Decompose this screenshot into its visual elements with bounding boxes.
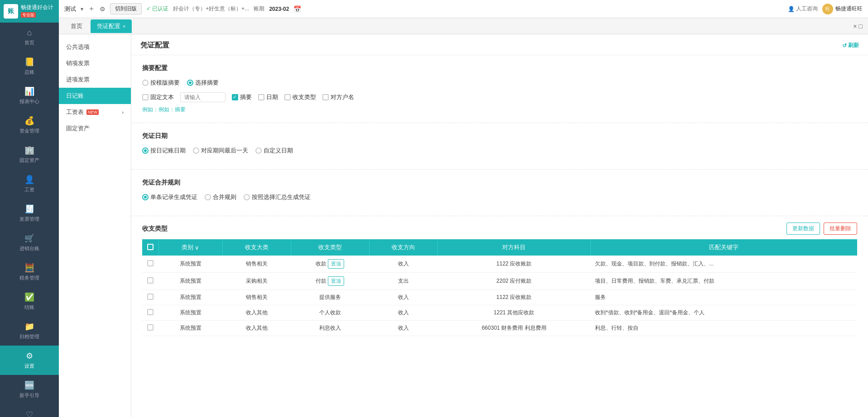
sidebar-icon-reports: 📊 <box>24 86 34 96</box>
row-checkbox-1[interactable] <box>147 277 153 284</box>
certified-text: ✓ 已认证 <box>146 5 168 13</box>
top-tag-btn[interactable]: 置顶 <box>328 276 344 286</box>
sidebar-item-invoice[interactable]: 🧾 发票管理 <box>0 199 59 228</box>
radio-period-last-circle <box>193 147 199 154</box>
tab-home[interactable]: 首页 <box>64 19 89 33</box>
cell-type: 个人收款 <box>291 305 369 321</box>
radio-template-circle <box>142 80 149 86</box>
type-text: 收款 <box>316 261 326 267</box>
merge-radio-group: 单条记录生成凭证 合并规则 按照选择汇总生成凭证 <box>142 193 857 201</box>
checkbox-summary-box <box>232 94 238 100</box>
checkbox-type[interactable]: 收支类型 <box>284 93 316 101</box>
sidebar-icon-assets: 🏢 <box>24 145 34 155</box>
type-text: 付款 <box>316 278 326 284</box>
top-bar-title: 测试 <box>64 5 76 13</box>
row-checkbox-4[interactable] <box>147 324 153 331</box>
fixed-text-input[interactable] <box>180 92 225 102</box>
left-nav-label-sales_invoice: 销项发票 <box>66 59 90 67</box>
top-bar-add-icon[interactable]: ＋ <box>88 4 95 14</box>
left-nav-label-public: 公共选项 <box>66 43 90 51</box>
cell-keywords: 项目、日常费用、报销款、车费、承兑汇票、付款 <box>590 273 857 290</box>
user-menu[interactable]: 旺 畅捷通旺旺 <box>822 4 863 14</box>
summary-section: 摘要配置 按模版摘要 选择摘要 <box>131 55 868 123</box>
left-nav-item-journal[interactable]: 日记账 <box>59 88 131 104</box>
sidebar: 账 畅捷通好会计 专业版 ⌂ 首页📒 总账📊 报表中心💰 资金管理🏢 固定资产👤… <box>0 0 59 417</box>
sidebar-item-funds[interactable]: 💰 资金管理 <box>0 110 59 140</box>
cell-type: 提供服务 <box>291 290 369 305</box>
sidebar-label-settings: 设置 <box>24 363 34 370</box>
checkbox-counterparty[interactable]: 对方户名 <box>322 93 354 101</box>
top-tag-btn[interactable]: 置顶 <box>328 259 344 269</box>
sidebar-label-assets: 固定资产 <box>19 157 39 164</box>
row-checkbox-0[interactable] <box>147 260 153 266</box>
table-row: 系统预置销售相关提供服务收入1122 应收账款服务 <box>142 290 857 305</box>
radio-select-summary[interactable]: 选择摘要 <box>187 79 219 87</box>
window-close-btn[interactable]: × <box>853 23 857 30</box>
select-all-checkbox[interactable] <box>147 244 153 250</box>
tab-close-icon[interactable]: × <box>123 24 125 29</box>
sidebar-item-settle[interactable]: ✅ 结账 <box>0 287 59 316</box>
left-nav-label-journal: 日记账 <box>66 92 84 100</box>
sidebar-label-guide: 新手引导 <box>19 392 39 399</box>
top-bar-dropdown[interactable]: ▾ <box>81 6 83 12</box>
sidebar-item-purchase[interactable]: 🛒 进销台账 <box>0 228 59 257</box>
row-checkbox-3[interactable] <box>147 309 153 315</box>
radio-template-summary[interactable]: 按模版摘要 <box>142 79 180 87</box>
left-nav-label-purchase_invoice: 进项发票 <box>66 76 90 84</box>
th-category: 类别 ∨ <box>158 239 222 256</box>
update-data-btn[interactable]: 更新数据 <box>786 223 820 235</box>
window-expand-btn[interactable]: □ <box>859 23 863 30</box>
radio-merge-rule[interactable]: 合并规则 <box>205 193 236 201</box>
left-nav-item-public[interactable]: 公共选项 <box>59 39 131 55</box>
left-nav-item-salary_table[interactable]: 工资表NEW› <box>59 104 131 120</box>
switch-old-version-btn[interactable]: 切到旧版 <box>110 3 142 14</box>
cell-category: 系统预置 <box>158 273 222 290</box>
sidebar-item-ledger[interactable]: 📒 总账 <box>0 52 59 81</box>
radio-merge-rule-circle <box>205 194 211 200</box>
summary-title: 摘要配置 <box>142 64 857 72</box>
sidebar-item-home[interactable]: ⌂ 首页 <box>0 23 59 52</box>
left-nav-item-fixed_assets[interactable]: 固定资产 <box>59 120 131 137</box>
payment-section: 收支类型 更新数据 批量删除 <box>131 216 868 345</box>
sidebar-item-assets[interactable]: 🏢 固定资产 <box>0 140 59 169</box>
radio-period-last[interactable]: 对应期间最后一天 <box>193 147 248 155</box>
batch-delete-btn[interactable]: 批量删除 <box>824 223 857 235</box>
radio-select-total[interactable]: 按照选择汇总生成凭证 <box>244 193 311 201</box>
content-area: 公共选项销项发票进项发票日记账工资表NEW›固定资产 凭证配置 ↺ 刷新 摘要配… <box>59 34 868 417</box>
top-bar-gear-icon[interactable]: ⚙ <box>100 5 106 13</box>
cell-major: 销售相关 <box>222 256 291 273</box>
sidebar-item-tax[interactable]: 🧮 税务管理 <box>0 257 59 287</box>
radio-custom-date[interactable]: 自定义日期 <box>255 147 293 155</box>
checkbox-fixed-text[interactable]: 固定文本 <box>142 93 174 101</box>
sidebar-label-invoice: 发票管理 <box>19 216 39 223</box>
sidebar-item-guide[interactable]: 🆕 新手引导 <box>0 375 59 404</box>
refresh-btn[interactable]: ↺ 刷新 <box>842 42 859 49</box>
sort-icon[interactable]: ∨ <box>195 244 199 251</box>
radio-select-total-circle <box>244 194 250 200</box>
sidebar-item-salary[interactable]: 👤 工资 <box>0 169 59 199</box>
sidebar-item-member[interactable]: ♡ 畅会员 <box>0 404 59 417</box>
left-nav-item-sales_invoice[interactable]: 销项发票 <box>59 55 131 71</box>
sidebar-item-archive[interactable]: 📁 归档管理 <box>0 316 59 346</box>
checkbox-date[interactable]: 日期 <box>258 93 278 101</box>
radio-single[interactable]: 单条记录生成凭证 <box>142 193 197 201</box>
tab-voucher-config[interactable]: 凭证配置 × <box>91 19 132 33</box>
payment-title: 收支类型 <box>142 225 168 233</box>
user-name: 畅捷通旺旺 <box>835 5 863 13</box>
top-bar-right: 👤 人工咨询 旺 畅捷通旺旺 <box>788 4 863 14</box>
radio-journal-date[interactable]: 按日记账日期 <box>142 147 186 155</box>
payment-table-head: 类别 ∨ 收支大类 收支类型 收支方向 对方科目 匹配关键字 <box>142 239 857 256</box>
sidebar-item-settings[interactable]: ⚙ 设置 <box>0 346 59 375</box>
left-nav-label-salary_table: 工资表 <box>66 108 84 116</box>
calendar-icon[interactable]: 📅 <box>293 5 301 13</box>
checkbox-summary[interactable]: 摘要 <box>232 93 252 101</box>
left-nav-item-purchase_invoice[interactable]: 进项发票 <box>59 71 131 88</box>
table-row: 系统预置销售相关收款 置顶收入1122 应收账款欠款、现金、项目款、到付款、报销… <box>142 256 857 273</box>
sidebar-item-reports[interactable]: 📊 报表中心 <box>0 81 59 110</box>
cell-category: 系统预置 <box>158 321 222 336</box>
sidebar-icon-purchase: 🛒 <box>24 233 34 243</box>
sidebar-label-tax: 税务管理 <box>19 275 39 281</box>
sidebar-icon-salary: 👤 <box>24 175 34 185</box>
help-btn[interactable]: 👤 人工咨询 <box>788 5 818 13</box>
row-checkbox-2[interactable] <box>147 294 153 300</box>
